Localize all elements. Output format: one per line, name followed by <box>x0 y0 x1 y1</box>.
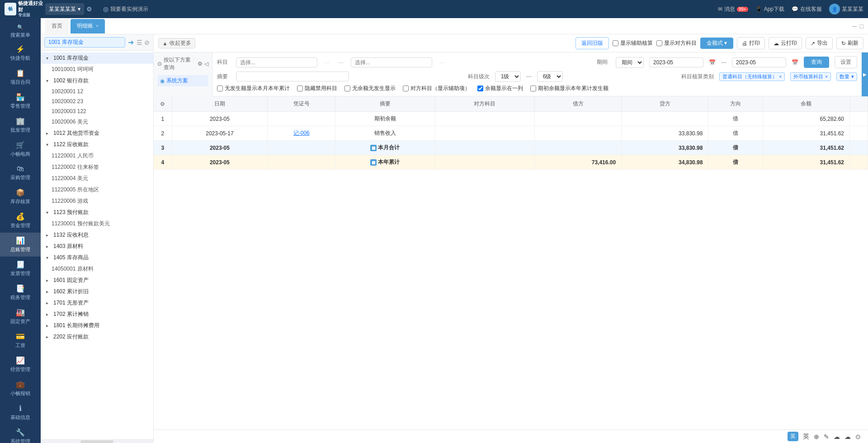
tree-item-11220006[interactable]: 11220006 游戏 <box>41 195 153 207</box>
tree-item-14050001[interactable]: 14050001 原材料 <box>41 263 153 275</box>
filter-tag-2-close[interactable]: × <box>825 74 828 79</box>
print-btn[interactable]: 🖨 打印 <box>737 37 765 49</box>
cb1-input[interactable] <box>217 86 223 91</box>
online-service-btn[interactable]: 💬 在线客服 <box>792 5 822 13</box>
summary-input[interactable] <box>236 71 349 81</box>
selected-account-display[interactable]: 1001 库存现金 <box>44 37 125 48</box>
tree-item-10020002[interactable]: 10020002 23 <box>41 96 153 106</box>
level-to-select[interactable]: 6级 5级 <box>537 71 563 82</box>
td-voucher-2[interactable]: 记-006 <box>268 126 335 141</box>
tree-item-1123[interactable]: ▾ 1123 预付账款 <box>41 207 153 218</box>
tree-item-1601[interactable]: ▸ 1601 固定资产 <box>41 275 153 286</box>
sidebar-item-ledger[interactable]: 📊 总账管理 <box>0 233 41 257</box>
back-to-old-btn[interactable]: 返回旧版 <box>576 37 609 49</box>
tree-item-10020001[interactable]: 10020001 12 <box>41 86 153 96</box>
sidebar-item-wholesale[interactable]: 🏢 批发管理 <box>0 113 41 137</box>
bottom-icon-2[interactable]: ⊕ <box>814 433 819 440</box>
period-to-input[interactable] <box>732 57 786 67</box>
tree-item-10020003[interactable]: 10020003 122 <box>41 106 153 116</box>
user-btn[interactable]: 👤 某某某某 <box>829 4 863 14</box>
cb2-group[interactable]: 隐藏禁用科目 <box>297 85 337 92</box>
cb4-group[interactable]: 对方科目（显示辅助项） <box>403 85 470 92</box>
tree-item-1132[interactable]: ▸ 1132 应收利息 <box>41 229 153 241</box>
period-from-input[interactable] <box>649 57 703 67</box>
sidebar-item-project[interactable]: 📋 项目合同 <box>0 65 41 89</box>
right-collapse-btn[interactable]: ▶ <box>862 52 868 96</box>
bottom-icon-4[interactable]: ☁ <box>834 433 840 440</box>
sidebar-search[interactable]: 🔍 搜索菜单 <box>9 22 32 41</box>
tree-item-10010001[interactable]: 10010001 呵呵呵 <box>41 64 153 75</box>
subject-input-2[interactable] <box>351 57 432 67</box>
cb2-input[interactable] <box>297 86 303 91</box>
sidebar-item-salary[interactable]: 💳 工资 <box>0 329 41 352</box>
tree-item-10020006[interactable]: 10020006 美元 <box>41 116 153 128</box>
collapse-more-btn[interactable]: ▲ 收起更多 <box>158 38 195 48</box>
messages-btn[interactable]: ✉ 消息 99+ <box>718 5 748 13</box>
lq-system-scheme[interactable]: ◉ 系统方案 <box>157 75 208 86</box>
sidebar-item-purchase[interactable]: 🛍 采购管理 <box>0 161 41 185</box>
tree-menu-icon[interactable]: ☰ <box>137 39 142 46</box>
sidebar-item-system[interactable]: 🔧 系统管理 <box>0 424 41 443</box>
period-calendar-icon-1[interactable]: 📅 <box>709 59 716 66</box>
subject-input[interactable] <box>236 57 317 67</box>
tree-filter-icon[interactable]: ⊘ <box>144 39 150 46</box>
cb5-group[interactable]: 余额显示在一列 <box>477 85 523 92</box>
sidebar-item-business[interactable]: 📈 经营管理 <box>0 352 41 376</box>
account-nav-right-icon[interactable]: ➜ <box>128 38 134 47</box>
sidebar-item-retail[interactable]: 🏪 零售管理 <box>0 89 41 113</box>
cloud-print-btn[interactable]: ☁ 云打印 <box>769 37 802 49</box>
bottom-icon-lang[interactable]: 英 <box>788 432 798 441</box>
cb3-group[interactable]: 无余额无发生显示 <box>344 85 396 92</box>
sidebar-item-invoice[interactable]: 🧾 发票管理 <box>0 257 41 281</box>
cb6-input[interactable] <box>530 86 536 91</box>
tree-item-1801[interactable]: ▸ 1801 长期待摊费用 <box>41 320 153 331</box>
cb4-input[interactable] <box>403 86 409 91</box>
tree-item-1403[interactable]: ▸ 1403 原材料 <box>41 241 153 252</box>
bottom-icon-6[interactable]: ⊙ <box>855 433 861 440</box>
tree-item-1012[interactable]: ▸ 1012 其他货币资金 <box>41 128 153 139</box>
cb1-group[interactable]: 无发生额显示本月本年累计 <box>217 85 290 92</box>
scheme-collapse-icon[interactable]: ◁ <box>204 61 208 67</box>
period-calendar-icon-2[interactable]: 📅 <box>792 59 798 66</box>
level-from-select[interactable]: 1级 2级 <box>495 71 521 82</box>
company-selector[interactable]: 某某某某某 ▾ <box>45 3 84 15</box>
cb5-input[interactable] <box>477 86 483 91</box>
show-contra-checkbox[interactable]: 显示对方科目 <box>656 39 697 47</box>
cb6-group[interactable]: 期初余额显示本年累计发生额 <box>530 85 609 92</box>
tree-item-1002[interactable]: ▾ 1002 银行存款 <box>41 75 153 86</box>
tree-item-11220004[interactable]: 11220004 美元 <box>41 173 153 184</box>
bottom-icon-1[interactable]: 英 <box>803 433 809 441</box>
sidebar-item-quicknav[interactable]: ⚡ 快捷导航 <box>0 41 41 65</box>
tree-item-1701[interactable]: ▸ 1701 无形资产 <box>41 297 153 309</box>
sidebar-item-basic[interactable]: ℹ 基础信息 <box>0 400 41 424</box>
filter-settings-btn[interactable]: 设置 <box>835 56 857 68</box>
tab-close-btn[interactable]: × <box>96 24 99 29</box>
tree-item-1001[interactable]: ▾ 1001 库存现金 <box>41 52 153 64</box>
show-aux-checkbox[interactable]: 显示辅助核算 <box>613 39 653 47</box>
th-settings[interactable]: ⚙ <box>154 96 172 112</box>
tab-ledger[interactable]: 明细账 × <box>71 19 105 33</box>
tree-item-1602[interactable]: ▸ 1602 累计折旧 <box>41 286 153 297</box>
table-settings-icon[interactable]: ⚙ <box>160 101 165 107</box>
sidebar-item-capital[interactable]: 💰 资金管理 <box>0 209 41 233</box>
export-btn[interactable]: ↗ 导出 <box>806 37 833 49</box>
tree-item-11220002[interactable]: 11220002 往来标签 <box>41 162 153 173</box>
sidebar-item-inventory[interactable]: 📦 库存核算 <box>0 185 41 209</box>
tree-item-2202[interactable]: ▸ 2202 应付账款 <box>41 331 153 343</box>
show-aux-input[interactable] <box>613 40 618 46</box>
filter-tag-1-close[interactable]: × <box>779 74 782 79</box>
scheme-settings-icon[interactable]: ⚙ <box>198 61 203 67</box>
tree-item-1405[interactable]: ▾ 1405 库存商品 <box>41 252 153 263</box>
sidebar-item-tax[interactable]: 📑 税务管理 <box>0 281 41 305</box>
tree-item-1702[interactable]: ▸ 1702 累计摊销 <box>41 309 153 320</box>
settings-icon-top[interactable]: ⚙ <box>86 5 92 13</box>
tab-maximize-btn[interactable]: □ <box>860 23 863 30</box>
cb3-input[interactable] <box>344 86 350 91</box>
tree-item-11220001[interactable]: 11220001 人民币 <box>41 150 153 162</box>
bottom-icon-3[interactable]: ✎ <box>824 433 829 440</box>
tree-item-11220005[interactable]: 11220005 所在地区 <box>41 184 153 195</box>
tree-item-1122[interactable]: ▾ 1122 应收账款 <box>41 139 153 150</box>
demo-link[interactable]: ◎ 我要看实例演示 <box>103 5 148 13</box>
voucher-link-2[interactable]: 记-006 <box>293 130 310 136</box>
sidebar-item-ecommerce[interactable]: 🛒 小畅电商 <box>0 137 41 161</box>
